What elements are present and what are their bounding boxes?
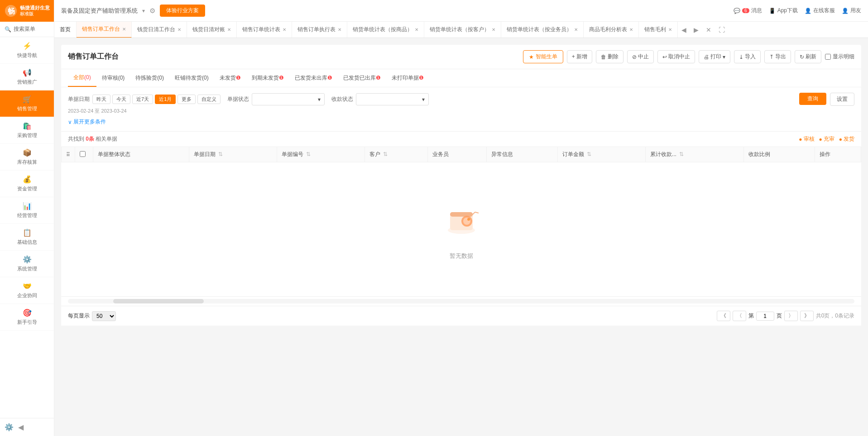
sub-tab-not-printed[interactable]: 未打印单据❶ [386,70,429,86]
sub-tab-not-shipped[interactable]: 未发货❶ [214,70,246,86]
approve-action-btn[interactable]: ● 审核 [799,135,814,143]
page-prev-btn[interactable]: 〈 [733,311,746,321]
page-next-btn[interactable]: 〉 [784,311,798,321]
page-last-btn[interactable]: 》 [800,311,814,321]
tab-ship-stat-staff[interactable]: 销货单统计表（按业务员） ✕ [501,22,584,38]
tab-sales-exec-close[interactable]: ✕ [338,27,341,32]
collapse-icon[interactable]: ◀ [18,423,24,431]
print-btn[interactable]: 🖨 打印 ▾ [699,50,730,63]
date-btn-yesterday[interactable]: 昨天 [92,95,110,104]
sidebar-item-system[interactable]: ⚙️ 系统管理 [0,251,54,277]
page-size-input[interactable]: 50 100 200 [92,311,116,321]
tab-gross-profit-close[interactable]: ✕ [629,27,633,32]
query-btn[interactable]: 查询 [799,93,826,105]
app-download-btn[interactable]: 📱 App下载 [769,7,798,14]
col-number-label: 单据编号 [282,151,303,157]
settings-icon[interactable]: ⚙️ [5,423,14,431]
import-btn[interactable]: ⤓ 导入 [734,50,761,63]
refresh-btn[interactable]: ↻ 刷新 [795,50,821,63]
expand-conditions-btn[interactable]: ∨ 展开更多条件 [68,118,854,126]
user-btn[interactable]: 👤 用友 [842,7,861,14]
sub-tab-shipped-not-out[interactable]: 已发货未出库❶ [289,70,338,86]
col-amount[interactable]: 订单金额 ⇅ [557,147,645,162]
messages-btn[interactable]: 💬 6 消息 [734,7,762,14]
date-btn-7days[interactable]: 近7天 [132,95,153,104]
chevron-down-icon[interactable]: ▾ [142,8,145,14]
smart-order-btn[interactable]: ★ 智能生单 [523,50,563,63]
tabs-nav-next[interactable]: ▶ [690,22,702,38]
add-btn[interactable]: + 新增 [567,50,592,63]
status-select[interactable]: ▾ [252,93,325,105]
export-btn[interactable]: ⤒ 导出 [764,50,791,63]
page-first-btn[interactable]: 《 [717,311,730,321]
search-menu[interactable]: 🔍 搜索菜单 [0,22,54,37]
check-all[interactable] [80,151,86,157]
show-detail-input[interactable] [825,54,831,60]
sub-tab-overdue-ship[interactable]: 到期未发货❶ [246,70,289,86]
sidebar-item-management[interactable]: 📊 经营管理 [0,197,54,224]
scrollbar-area[interactable] [68,299,854,303]
page-number-input[interactable] [756,312,774,321]
sub-tab-pending-pick[interactable]: 待拣验货(0) [130,70,169,86]
cancel-stop-label: 取消中止 [668,53,690,61]
tab-ship-stat-customer-close[interactable]: ✕ [492,27,495,32]
tab-sales-gross[interactable]: 销售毛利 ✕ [639,22,678,38]
tab-cash-daily[interactable]: 钱货日清工作台 ✕ [132,22,187,38]
tab-ship-stat-product-close[interactable]: ✕ [415,27,418,32]
date-btn-1month[interactable]: 近1月 [155,95,176,104]
tabs-nav-prev[interactable]: ◀ [678,22,690,38]
online-service-btn[interactable]: 👤 在线客服 [805,7,835,14]
tab-sales-order-close[interactable]: ✕ [122,27,126,32]
scrollbar-container[interactable] [61,296,861,306]
tab-sales-stat-close[interactable]: ✕ [283,27,286,32]
settings-gear-icon[interactable]: ⚙ [149,7,155,15]
sidebar-item-basic[interactable]: 📋 基础信息 [0,224,54,251]
sidebar-item-finance[interactable]: 💰 资金管理 [0,171,54,197]
tab-ship-stat-staff-close[interactable]: ✕ [574,27,578,32]
cancel-stop-btn[interactable]: ↩ 取消中止 [657,50,695,63]
ship-action-btn[interactable]: ● 发货 [839,135,854,143]
marketing-icon: 📢 [23,68,32,77]
tab-ship-stat-product[interactable]: 销货单统计表（按商品） ✕ [347,22,424,38]
col-customer[interactable]: 客户 ⇅ [364,147,428,162]
sub-tab-all[interactable]: 全部(0) [68,69,96,87]
col-number[interactable]: 单据编号 ⇅ [277,147,364,162]
show-detail-check[interactable]: 显示明细 [825,53,854,61]
date-btn-today[interactable]: 今天 [112,95,130,104]
sidebar-item-cooperation[interactable]: 🤝 企业协同 [0,277,54,304]
tab-gross-profit[interactable]: 商品毛利分析表 ✕ [584,22,639,38]
tab-sales-stat[interactable]: 销售订单统计表 ✕ [237,22,292,38]
tab-cash-reconcile[interactable]: 钱货日清对账 ✕ [187,22,237,38]
sidebar-item-sales[interactable]: 🛒 销售管理 [0,90,54,117]
tab-cash-daily-close[interactable]: ✕ [177,27,181,32]
tab-home[interactable]: 首页 [54,22,77,38]
delete-btn[interactable]: 🗑 删除 [596,50,623,63]
sidebar-item-inventory[interactable]: 📦 库存核算 [0,144,54,171]
tabs-maximize[interactable]: ⛶ [715,22,729,38]
scrollbar-thumb[interactable] [113,299,204,303]
industry-btn[interactable]: 体验行业方案 [160,5,205,17]
col-date[interactable]: 单据日期 ⇅ [189,147,277,162]
date-btn-more[interactable]: 更多 [177,95,196,104]
unapprove-action-btn[interactable]: ● 充审 [819,135,834,143]
tabs-close-all[interactable]: ✕ [702,22,715,38]
date-btn-custom[interactable]: 自定义 [197,95,221,104]
tab-sales-gross-close[interactable]: ✕ [668,27,672,32]
col-payment[interactable]: 累计收款... ⇅ [645,147,743,162]
sub-tab-pending-review[interactable]: 待审核(0) [96,70,130,86]
tab-sales-exec[interactable]: 销售订单执行表 ✕ [292,22,347,38]
sidebar-item-guide[interactable]: 🎯 新手引导 [0,304,54,331]
sidebar-item-purchase[interactable]: 🛍️ 采购管理 [0,117,54,144]
stop-btn[interactable]: ⊘ 中止 [627,50,654,63]
sidebar-item-marketing[interactable]: 📢 营销推广 [0,64,54,90]
tab-cash-reconcile-close[interactable]: ✕ [227,27,231,32]
set-btn[interactable]: 设置 [830,93,854,106]
tab-ship-stat-customer[interactable]: 销货单统计表（按客户） ✕ [424,22,501,38]
tab-sales-order[interactable]: 销售订单工作台 ✕ [77,22,132,38]
expand-label: 展开更多条件 [73,118,106,126]
sub-tab-wangpu-ship[interactable]: 旺铺待发货(0) [169,70,214,86]
col-check[interactable] [75,147,93,162]
sidebar-item-quicknav[interactable]: ⚡ 快捷导航 [0,37,54,64]
sub-tab-shipped-out[interactable]: 已发货已出库❶ [338,70,386,86]
payment-select[interactable]: ▾ [356,93,429,105]
